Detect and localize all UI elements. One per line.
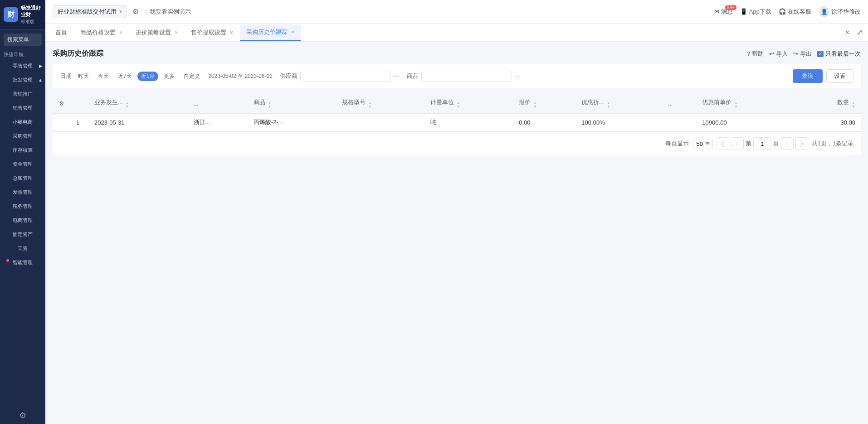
first-page-button[interactable]: ⟪ xyxy=(717,137,729,150)
sort-business-date-icon: ▲▼ xyxy=(125,101,129,109)
tab-price-close-icon[interactable]: × xyxy=(119,29,122,36)
filter-row: 日期 昨天 今天 近7天 近1月 更多 自定义 2023-05-02 至 202… xyxy=(60,69,853,83)
edition-label: 好业财标准版交付试用 xyxy=(58,8,117,16)
tab-sale-price-close-icon[interactable]: × xyxy=(230,29,233,36)
page-title: 采购历史价跟踪 xyxy=(53,49,103,58)
only-last-checkbox-label[interactable]: ✓ 只看最后一次 xyxy=(817,50,861,58)
export-button[interactable]: ↪ 导出 xyxy=(793,50,812,58)
tab-sale-price-label: 售价提取设置 xyxy=(191,29,226,37)
sidebar-item-finance[interactable]: 资金管理 xyxy=(0,157,45,171)
row-num: 1 xyxy=(71,114,89,131)
product-filter: 商品 ··· xyxy=(407,71,521,82)
settings-icon[interactable]: ⚙ xyxy=(19,410,26,420)
date-today[interactable]: 今天 xyxy=(94,72,112,81)
last-page-button[interactable]: ⟫ xyxy=(795,137,808,150)
app-download-button[interactable]: 📱 App下载 xyxy=(740,8,771,16)
table-row: 1 2023-05-31 浙江... 丙烯酸-2-... 吨 0.00 100.… xyxy=(53,114,861,131)
col-spec[interactable]: 规格型号 ▲▼ xyxy=(336,94,425,114)
import-button[interactable]: ↩ 导入 xyxy=(769,50,788,58)
col-quantity[interactable]: 数量 ▲▼ xyxy=(798,94,861,114)
sidebar-item-general-ledger[interactable]: 总账管理 xyxy=(0,171,45,185)
sidebar-item-inventory[interactable]: 库存核算 xyxy=(0,143,45,157)
topbar-settings-icon[interactable]: ⚙ xyxy=(132,7,139,16)
sidebar-item-marketing[interactable]: 营销推广 xyxy=(0,87,45,101)
page-label: 第 xyxy=(746,140,751,148)
sidebar-item-wholesale[interactable]: 批发管理 ▲ xyxy=(0,73,45,87)
row-pre-discount-price: 10900.00 xyxy=(697,114,798,131)
data-table: ⚙ 业务发生... ▲▼ ... 商品 ▲▼ xyxy=(53,94,861,131)
column-settings-icon[interactable]: ⚙ xyxy=(59,100,64,107)
sidebar-search-area: 搜索菜单 xyxy=(0,30,45,49)
online-service-button[interactable]: 🎧 在线客服 xyxy=(779,8,811,16)
pagination: ⟪ ‹ 第 页 › ⟫ xyxy=(717,137,808,150)
tab-history-price[interactable]: 采购历史价跟踪 × xyxy=(240,24,301,41)
prev-page-button[interactable]: ‹ xyxy=(731,137,744,150)
import-icon: ↩ xyxy=(769,50,774,57)
chevron-down-icon: ▾ xyxy=(119,9,122,14)
sidebar-item-tax[interactable]: 税务管理 xyxy=(0,199,45,213)
sidebar-item-ecommerce[interactable]: 电商管理 xyxy=(0,213,45,227)
sidebar-item-retail[interactable]: 零售管理 ▶ xyxy=(0,59,45,73)
sidebar-item-fixed-assets[interactable]: 固定资产 xyxy=(0,227,45,241)
message-button[interactable]: ✉ 消息 99+ xyxy=(714,8,733,16)
date-more[interactable]: 更多 xyxy=(160,72,178,81)
chevron-up-icon: ▲ xyxy=(38,77,43,82)
date-last7[interactable]: 近7天 xyxy=(114,72,136,81)
tab-purchase-strategy-close-icon[interactable]: × xyxy=(175,29,178,36)
supplier-input[interactable] xyxy=(300,71,391,82)
col-quoted-price[interactable]: 报价 ▲▼ xyxy=(513,94,576,114)
total-info: 共1页，1条记录 xyxy=(812,140,853,148)
product-more-icon[interactable]: ··· xyxy=(515,72,521,80)
col-business-date[interactable]: 业务发生... ▲▼ xyxy=(89,94,188,114)
sidebar-item-sales[interactable]: 销售管理 xyxy=(0,101,45,115)
sort-discount-icon: ▲▼ xyxy=(607,101,610,109)
product-input[interactable] xyxy=(421,71,512,82)
next-page-button[interactable]: › xyxy=(781,137,794,150)
row-unit: 吨 xyxy=(425,114,513,131)
only-last-checkbox[interactable]: ✓ xyxy=(817,51,824,57)
row-quoted-price: 0.00 xyxy=(513,114,576,131)
date-custom[interactable]: 自定义 xyxy=(180,72,204,81)
supplier-more-icon[interactable]: ··· xyxy=(394,72,400,80)
search-menu-button[interactable]: 搜索菜单 xyxy=(4,34,42,46)
col-more[interactable]: ... xyxy=(188,94,248,114)
date-options: 昨天 今天 近7天 近1月 更多 自定义 xyxy=(74,72,204,81)
date-last1month[interactable]: 近1月 xyxy=(137,72,159,81)
row-quantity: 30.00 xyxy=(798,114,861,131)
per-page-select[interactable]: 50 xyxy=(692,139,713,149)
tab-home[interactable]: 首页 xyxy=(49,25,74,40)
query-button[interactable]: 查询 xyxy=(793,69,823,83)
col-product[interactable]: 商品 ▲▼ xyxy=(248,94,336,114)
col-more2[interactable]: ... xyxy=(663,94,697,114)
row-business-date: 2023-05-31 xyxy=(89,114,188,131)
col-discount[interactable]: 优惠折... ▲▼ xyxy=(576,94,662,114)
sort-unit-icon: ▲▼ xyxy=(457,101,460,109)
row-discount: 100.00% xyxy=(576,114,662,131)
edition-selector[interactable]: 好业财标准版交付试用 ▾ xyxy=(53,5,127,18)
sidebar-item-purchase[interactable]: 采购管理 xyxy=(0,129,45,143)
date-yesterday[interactable]: 昨天 xyxy=(74,72,93,81)
tab-price[interactable]: 商品价格设置 × xyxy=(74,25,129,40)
tab-sale-price[interactable]: 售价提取设置 × xyxy=(185,25,240,40)
sidebar-item-payroll[interactable]: 工资 xyxy=(0,241,45,255)
page-actions: ? 帮助 ↩ 导入 ↪ 导出 ✓ 只看最后一次 xyxy=(747,50,861,58)
sidebar-item-smart[interactable]: 智能管理 xyxy=(0,255,45,270)
sidebar-item-invoice[interactable]: 发票管理 xyxy=(0,185,45,199)
row-supplier: 浙江... xyxy=(188,114,248,131)
tab-purchase-strategy[interactable]: 进价策略设置 × xyxy=(129,25,185,40)
tab-history-price-close-icon[interactable]: × xyxy=(291,29,294,35)
sort-quantity-icon: ▲▼ xyxy=(852,101,855,109)
sort-quoted-price-icon: ▲▼ xyxy=(533,101,537,109)
sort-spec-icon: ▲▼ xyxy=(368,101,372,109)
settings-button[interactable]: 设置 xyxy=(826,69,853,83)
col-num xyxy=(71,94,89,114)
user-menu[interactable]: 👤 徐泽华修改 xyxy=(819,6,861,17)
page-number-input[interactable] xyxy=(753,137,771,150)
demo-button[interactable]: ○ 我要看实例演示 xyxy=(144,8,191,16)
col-pre-discount-price[interactable]: 优惠前单价 ▲▼ xyxy=(697,94,798,114)
tab-close-all-button[interactable]: × xyxy=(844,27,851,39)
tab-expand-button[interactable]: ⤢ xyxy=(855,26,864,39)
sidebar-item-ecommerce-small[interactable]: 小畅电商 xyxy=(0,115,45,129)
help-button[interactable]: ? 帮助 xyxy=(747,50,764,58)
col-unit[interactable]: 计量单位 ▲▼ xyxy=(425,94,513,114)
